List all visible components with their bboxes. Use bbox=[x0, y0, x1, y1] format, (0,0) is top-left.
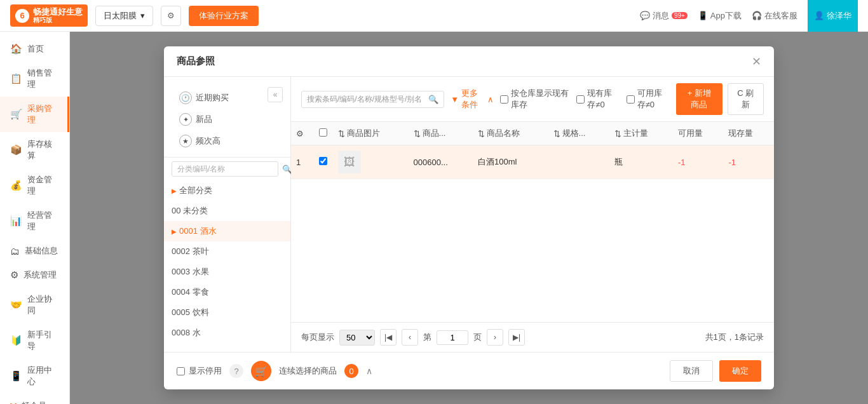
sidebar-label-operation: 经营管理 bbox=[27, 210, 59, 232]
sidebar-item-system[interactable]: ⚙ 系统管理 bbox=[0, 263, 69, 287]
search-icon[interactable]: 🔍 bbox=[428, 95, 438, 104]
category-label-all: 全部分类 bbox=[179, 185, 212, 196]
category-item-0010[interactable]: 0010 家电 bbox=[164, 343, 290, 347]
logo-sub: 精巧版 bbox=[33, 17, 83, 24]
username-area[interactable]: 👤 徐泽华 bbox=[808, 0, 858, 32]
page-total: 共1页，1条记录 bbox=[705, 332, 764, 343]
sidebar-label-basic: 基础信息 bbox=[25, 245, 58, 257]
sidebar-label-collab: 企业协同 bbox=[27, 293, 59, 316]
prev-page-btn[interactable]: ‹ bbox=[402, 329, 418, 346]
sidebar-item-guide[interactable]: 🔰 新手引导 bbox=[0, 323, 69, 358]
category-item-0008[interactable]: 0008 水 bbox=[164, 323, 290, 343]
trial-btn[interactable]: 体验行业方案 bbox=[189, 6, 259, 26]
category-label-0008: 0008 水 bbox=[172, 327, 201, 339]
stock-nonzero-checkbox-input[interactable] bbox=[576, 95, 585, 104]
col-image-sort[interactable]: ⇅ 商品图片 bbox=[338, 128, 403, 139]
gear-icon: ⚙ bbox=[167, 11, 175, 20]
logo-line1: 畅捷通好生意 bbox=[33, 7, 83, 17]
customer-service-btn[interactable]: 🎧 在线客服 bbox=[752, 10, 797, 22]
message-label: 消息 bbox=[653, 10, 669, 22]
sort-icon-spec: ⇅ bbox=[553, 129, 560, 138]
guide-icon: 🔰 bbox=[10, 335, 22, 346]
sidebar-item-member[interactable]: V 畅会员 bbox=[0, 394, 69, 404]
collapse-left-btn[interactable]: « bbox=[268, 87, 283, 102]
col-unit[interactable]: ⇅ 主计量 bbox=[609, 122, 673, 145]
category-search-input[interactable] bbox=[172, 161, 278, 177]
category-label-0004: 0004 零食 bbox=[172, 286, 209, 298]
category-item-all[interactable]: ▶ 全部分类 bbox=[164, 180, 290, 201]
help-btn[interactable]: ? bbox=[229, 364, 243, 378]
sidebar-label-system: 系统管理 bbox=[24, 269, 57, 281]
cell-check[interactable] bbox=[314, 145, 333, 179]
last-page-btn[interactable]: ▶| bbox=[508, 329, 525, 346]
col-code[interactable]: ⇅ 商品... bbox=[409, 122, 473, 145]
col-available[interactable]: 可用量 bbox=[673, 122, 724, 145]
category-item-0002[interactable]: 0002 茶叶 bbox=[164, 241, 290, 262]
footer-actions: 取消 确定 bbox=[670, 360, 761, 382]
checkbox-available-nonzero[interactable]: 可用库存≠0 bbox=[627, 88, 670, 111]
cart-icon: 🛒 bbox=[255, 365, 268, 377]
category-label-00: 00 未分类 bbox=[172, 205, 208, 217]
modal-close-btn[interactable]: ✕ bbox=[752, 56, 761, 67]
modal-left-panel: 🕐 近期购买 ✦ 新品 ★ 频次高 bbox=[164, 77, 291, 352]
checkbox-warehouse[interactable]: 按仓库显示现有库存 bbox=[500, 88, 570, 111]
modal-footer: 显示停用 ? 🛒 连续选择的商品 0 ∧ 取消 确定 bbox=[164, 352, 774, 389]
message-btn[interactable]: 💬 消息 99 bbox=[640, 10, 688, 22]
cart-btn[interactable]: 🛒 bbox=[251, 361, 271, 381]
avatar-icon: 👤 bbox=[814, 11, 824, 20]
collapse-up-btn[interactable]: ∧ bbox=[366, 366, 372, 376]
sidebar-item-sales[interactable]: 📋 销售管理 bbox=[0, 61, 69, 97]
sidebar-item-home[interactable]: 🏠 首页 bbox=[0, 37, 69, 61]
quick-link-new[interactable]: ✦ 新品 bbox=[172, 109, 262, 130]
available-nonzero-checkbox-input[interactable] bbox=[627, 95, 635, 104]
sidebar-item-finance[interactable]: 💰 资金管理 bbox=[0, 168, 69, 203]
sidebar-item-apps[interactable]: 📱 应用中心 bbox=[0, 358, 69, 394]
add-product-btn[interactable]: + 新增商品 bbox=[676, 83, 722, 115]
warehouse-checkbox-input[interactable] bbox=[500, 95, 508, 104]
more-filter-btn[interactable]: ▼ 更多条件 ∧ bbox=[451, 88, 494, 111]
sidebar-item-inventory[interactable]: 📦 库存核算 bbox=[0, 132, 69, 168]
checkbox-stock-nonzero[interactable]: 现有库存≠0 bbox=[576, 88, 620, 111]
show-disabled-checkbox[interactable]: 显示停用 bbox=[177, 365, 222, 377]
category-label-0003: 0003 水果 bbox=[172, 266, 209, 278]
sort-icon-code: ⇅ bbox=[414, 129, 421, 138]
available-nonzero-label: 可用库存≠0 bbox=[637, 88, 670, 111]
col-spec[interactable]: ⇅ 规格... bbox=[548, 122, 610, 145]
app-download-btn[interactable]: 📱 App下载 bbox=[698, 10, 742, 22]
sidebar-label-inventory: 库存核算 bbox=[27, 138, 59, 161]
sidebar-item-collab[interactable]: 🤝 企业协同 bbox=[0, 287, 69, 323]
col-name[interactable]: ⇅ 商品名称 bbox=[473, 122, 548, 145]
collab-icon: 🤝 bbox=[10, 299, 22, 311]
sidebar-item-basic[interactable]: 🗂 基础信息 bbox=[0, 239, 69, 263]
product-table-container: ⚙ ⇅ 商品图片 bbox=[291, 122, 774, 322]
sidebar-item-operation[interactable]: 📊 经营管理 bbox=[0, 203, 69, 239]
category-item-0001[interactable]: ▶ 0001 酒水 bbox=[164, 221, 290, 241]
settings-btn[interactable]: ⚙ bbox=[161, 6, 181, 26]
page-size-select[interactable]: 50 100 200 bbox=[339, 330, 375, 346]
select-all-checkbox[interactable] bbox=[319, 128, 327, 137]
col-stock[interactable]: 现存量 bbox=[723, 122, 774, 145]
product-search-box[interactable]: 搜索条码/编码/名称/规格型号/别名 🔍 bbox=[301, 91, 444, 108]
show-disabled-label: 显示停用 bbox=[189, 365, 222, 377]
cancel-btn[interactable]: 取消 bbox=[670, 360, 713, 382]
confirm-btn[interactable]: 确定 bbox=[719, 360, 761, 382]
category-item-0003[interactable]: 0003 水果 bbox=[164, 262, 290, 282]
table-row[interactable]: 1 🖼 000600... 白酒100ml bbox=[291, 145, 774, 179]
category-item-0005[interactable]: 0005 饮料 bbox=[164, 302, 290, 323]
help-icon: ? bbox=[234, 367, 238, 376]
sidebar-label-apps: 应用中心 bbox=[27, 365, 59, 387]
first-page-btn[interactable]: |◀ bbox=[380, 329, 397, 346]
category-item-00[interactable]: 00 未分类 bbox=[164, 201, 290, 221]
col-settings[interactable]: ⚙ bbox=[291, 122, 314, 145]
page-number-input[interactable] bbox=[437, 330, 468, 345]
sidebar-item-purchase[interactable]: 🛒 采购管理 bbox=[0, 97, 69, 132]
show-disabled-input[interactable] bbox=[177, 367, 185, 375]
row-checkbox[interactable] bbox=[319, 157, 327, 165]
modal-overlay: 商品参照 ✕ 🕐 近期购买 bbox=[70, 32, 868, 404]
category-item-0004[interactable]: 0004 零食 bbox=[164, 282, 290, 302]
store-selector[interactable]: 日太阳膜 ▾ bbox=[95, 6, 153, 26]
next-page-btn[interactable]: › bbox=[487, 329, 503, 346]
refresh-btn[interactable]: C 刷新 bbox=[728, 83, 764, 115]
quick-link-recent[interactable]: 🕐 近期购买 bbox=[172, 87, 262, 109]
quick-link-frequent[interactable]: ★ 频次高 bbox=[172, 130, 262, 152]
